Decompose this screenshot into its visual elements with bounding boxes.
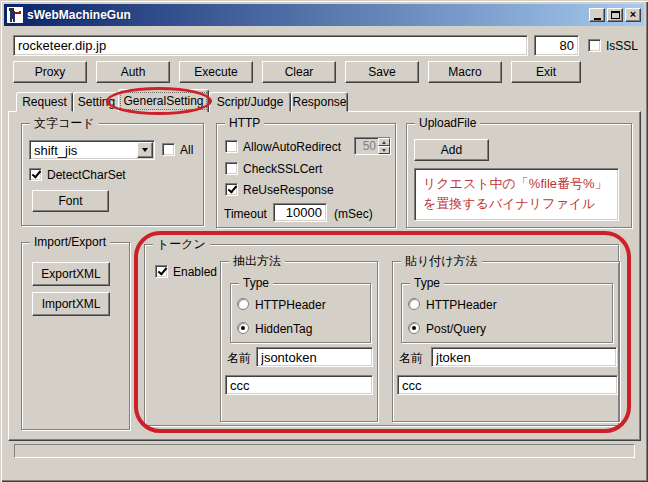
- uploadfile-group: UploadFile Add リクエスト中の「%file番号%」 を置換するバイ…: [406, 123, 632, 228]
- paste-httpheader-radio[interactable]: [408, 298, 420, 310]
- tab-scriptjudge[interactable]: Script/Judge: [209, 92, 291, 112]
- close-button[interactable]: ×: [625, 8, 641, 22]
- checksslcert-checkbox[interactable]: [225, 162, 238, 175]
- close-icon: ×: [630, 9, 636, 20]
- allowautoredirect-label: AllowAutoRedirect: [243, 140, 341, 154]
- exportxml-button[interactable]: ExportXML: [32, 262, 110, 286]
- arrow-down-icon: [382, 149, 386, 152]
- maximize-icon: [611, 11, 620, 19]
- isssl-label: IsSSL: [606, 39, 638, 53]
- macro-button[interactable]: Macro: [428, 61, 502, 83]
- http-group: HTTP AllowAutoRedirect 50 CheckSSLCert R…: [216, 123, 396, 228]
- execute-button[interactable]: Execute: [179, 61, 253, 83]
- extract-name-label: 名前: [227, 351, 251, 365]
- importexport-group: Import/Export ExportXML ImportXML: [21, 242, 130, 430]
- extract-httpheader-radio[interactable]: [237, 298, 249, 310]
- token-group-title: トークン: [153, 237, 210, 251]
- all-label: All: [180, 143, 193, 157]
- tab-setting[interactable]: Setting: [73, 92, 120, 112]
- allowautoredirect-checkbox[interactable]: [225, 140, 238, 153]
- uploadfile-note-line1: リクエスト中の「%file番号%」: [423, 174, 616, 194]
- minimize-icon: [594, 18, 601, 20]
- paste-name-input[interactable]: [431, 347, 617, 367]
- auth-button[interactable]: Auth: [96, 61, 170, 83]
- proxy-button[interactable]: Proxy: [13, 61, 87, 83]
- extract-type-title: Type: [239, 276, 273, 290]
- paste-httpheader-label: HTTPHeader: [426, 298, 497, 312]
- uploadfile-note-line2: を置換するバイナリファイル: [423, 194, 616, 214]
- minimize-button[interactable]: [589, 8, 605, 22]
- exit-button[interactable]: Exit: [511, 61, 581, 83]
- paste-pattern-input[interactable]: [397, 375, 618, 395]
- timeout-input[interactable]: [273, 203, 327, 222]
- window-title: sWebMachineGun: [27, 8, 131, 22]
- token-group: トークン Enabled 抽出方法 Type HTTPHeader Hidden…: [144, 244, 619, 426]
- timeout-label: Timeout: [224, 207, 267, 221]
- clear-button[interactable]: Clear: [262, 61, 336, 83]
- extract-method-title: 抽出方法: [229, 254, 285, 268]
- app-icon[interactable]: [7, 7, 23, 23]
- paste-method-title: 貼り付け方法: [401, 254, 482, 268]
- url-input[interactable]: [13, 35, 528, 56]
- extract-hiddentag-label: HiddenTag: [255, 322, 312, 336]
- token-enabled-checkbox[interactable]: [155, 265, 168, 278]
- add-button[interactable]: Add: [414, 139, 489, 161]
- arrow-up-icon: [382, 141, 386, 144]
- importxml-button[interactable]: ImportXML: [32, 292, 110, 316]
- tab-generalsetting[interactable]: GeneralSetting: [118, 89, 209, 112]
- reuseresponse-label: ReUseResponse: [243, 183, 334, 197]
- extract-httpheader-label: HTTPHeader: [255, 298, 326, 312]
- detectcharset-label: DetectCharSet: [47, 168, 126, 182]
- font-button[interactable]: Font: [32, 190, 109, 212]
- uploadfile-group-title: UploadFile: [415, 116, 480, 130]
- app-window: sWebMachineGun × IsSSL Proxy Auth Execut…: [0, 0, 648, 482]
- timeout-unit-label: (mSec): [334, 207, 373, 221]
- charcode-group: 文字コード shift_jis All DetectCharSet Font: [21, 123, 204, 226]
- extract-pattern-input[interactable]: [225, 375, 373, 395]
- extract-hiddentag-radio[interactable]: [237, 322, 249, 334]
- paste-type-title: Type: [410, 276, 444, 290]
- http-group-title: HTTP: [225, 116, 264, 130]
- token-enabled-label: Enabled: [173, 265, 217, 279]
- importexport-group-title: Import/Export: [30, 235, 110, 249]
- tab-response[interactable]: Response: [291, 92, 348, 112]
- generalsetting-tab-panel: 文字コード shift_jis All DetectCharSet Font H…: [8, 111, 641, 441]
- charset-dropdown-button[interactable]: [137, 142, 153, 158]
- extract-type-group: Type HTTPHeader HiddenTag: [230, 283, 371, 343]
- redirect-limit-spinner: 50: [354, 137, 391, 155]
- maximize-button[interactable]: [607, 8, 623, 22]
- status-bar: [14, 444, 635, 458]
- spinner-up-button[interactable]: [378, 138, 390, 146]
- paste-method-group: 貼り付け方法 Type HTTPHeader Post/Query 名前: [392, 261, 620, 422]
- isssl-checkbox[interactable]: [588, 39, 601, 52]
- redirect-limit-value: 50: [355, 138, 378, 154]
- chevron-down-icon: [142, 148, 148, 152]
- uploadfile-note: リクエスト中の「%file番号%」 を置換するバイナリファイル: [414, 168, 619, 221]
- port-input[interactable]: [534, 35, 579, 56]
- paste-type-group: Type HTTPHeader Post/Query: [401, 283, 613, 343]
- extract-method-group: 抽出方法 Type HTTPHeader HiddenTag 名前: [220, 261, 378, 422]
- titlebar: sWebMachineGun ×: [4, 4, 644, 26]
- detectcharset-checkbox[interactable]: [29, 168, 42, 181]
- spinner-down-button[interactable]: [378, 146, 390, 154]
- save-button[interactable]: Save: [345, 61, 419, 83]
- charset-combobox-value: shift_jis: [30, 143, 137, 158]
- checksslcert-label: CheckSSLCert: [243, 162, 322, 176]
- paste-postquery-label: Post/Query: [426, 322, 486, 336]
- charset-combobox[interactable]: shift_jis: [29, 140, 155, 160]
- paste-postquery-radio[interactable]: [408, 322, 420, 334]
- reuseresponse-checkbox[interactable]: [225, 183, 238, 196]
- tab-request[interactable]: Request: [16, 92, 73, 112]
- charcode-group-title: 文字コード: [30, 116, 99, 130]
- extract-name-input[interactable]: [256, 347, 373, 367]
- all-checkbox[interactable]: [162, 143, 175, 156]
- paste-name-label: 名前: [399, 351, 423, 365]
